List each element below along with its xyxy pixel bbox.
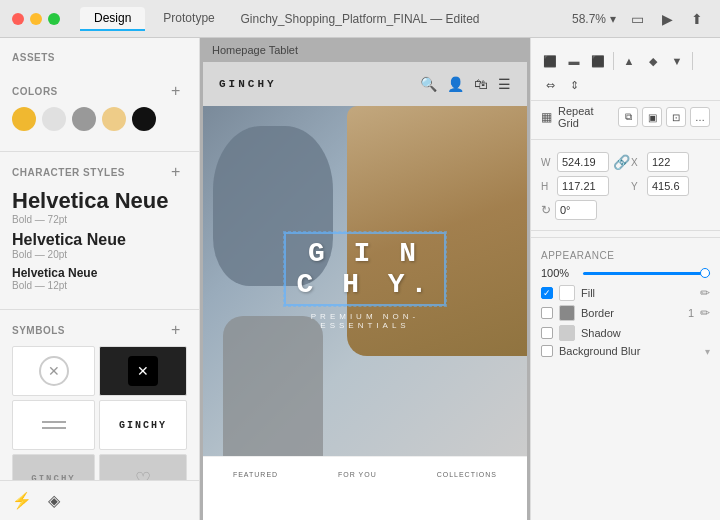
colors-header: Colors + bbox=[12, 83, 187, 99]
shadow-checkbox[interactable] bbox=[541, 327, 553, 339]
fill-color-swatch[interactable] bbox=[559, 285, 575, 301]
bg-blur-checkbox[interactable] bbox=[541, 345, 553, 357]
maximize-button[interactable] bbox=[48, 13, 60, 25]
rg-ungroup-btn[interactable]: ⊡ bbox=[666, 107, 686, 127]
char-styles-label: Character Styles bbox=[12, 167, 125, 178]
opacity-slider[interactable] bbox=[583, 272, 710, 275]
add-char-style-button[interactable]: + bbox=[171, 164, 187, 180]
rg-more-btn[interactable]: … bbox=[690, 107, 710, 127]
char-style-meta-1: Bold — 72pt bbox=[12, 214, 187, 225]
x-input[interactable] bbox=[647, 152, 689, 172]
menu-nav-icon[interactable]: ☰ bbox=[498, 76, 511, 92]
char-styles-header: Character Styles + bbox=[12, 164, 187, 180]
color-swatch-lightgray[interactable] bbox=[42, 107, 66, 131]
border-checkbox[interactable] bbox=[541, 307, 553, 319]
divider-2 bbox=[0, 309, 199, 310]
footer-collections[interactable]: COLLECTIONS bbox=[437, 471, 497, 478]
char-style-meta-2: Bold — 20pt bbox=[12, 249, 187, 260]
layer-icon[interactable]: ◈ bbox=[48, 491, 60, 510]
color-swatch-yellow[interactable] bbox=[12, 107, 36, 131]
share-icon[interactable]: ⬆ bbox=[686, 8, 708, 30]
symbol-x-dark[interactable]: ✕ bbox=[99, 346, 187, 396]
device-desktop-icon[interactable]: ▭ bbox=[626, 8, 648, 30]
appearance-label: APPEARANCE bbox=[541, 250, 710, 261]
fill-checkbox[interactable]: ✓ bbox=[541, 287, 553, 299]
char-style-3[interactable]: Helvetica Neue Bold — 12pt bbox=[12, 266, 187, 291]
hero-title: G I N C H Y. bbox=[284, 232, 446, 306]
border-edit-icon[interactable]: ✏ bbox=[700, 306, 710, 320]
opacity-row: 100% bbox=[541, 267, 710, 279]
color-swatch-gray[interactable] bbox=[72, 107, 96, 131]
fill-row: ✓ Fill ✏ bbox=[541, 285, 710, 301]
rg-group-btn[interactable]: ▣ bbox=[642, 107, 662, 127]
align-top-icon[interactable]: ▲ bbox=[618, 50, 640, 72]
align-center-h-icon[interactable]: ▬ bbox=[563, 50, 585, 72]
color-swatches bbox=[12, 107, 187, 131]
canvas-label: Homepage Tablet bbox=[200, 38, 310, 62]
align-right-icon[interactable]: ⬛ bbox=[587, 50, 609, 72]
titlebar-right: 58.7% ▾ ▭ ▶ ⬆ bbox=[572, 8, 708, 30]
char-style-1[interactable]: Helvetica Neue Bold — 72pt bbox=[12, 188, 187, 225]
right-panel: ⬛ ▬ ⬛ ▲ ◆ ▼ ⇔ ⇕ ▦ Repeat Grid ⧉ ▣ ⊡ … bbox=[530, 38, 720, 520]
user-nav-icon[interactable]: 👤 bbox=[447, 76, 464, 92]
footer-for-you[interactable]: FOR YOU bbox=[338, 471, 377, 478]
link-icon[interactable]: 🔗 bbox=[613, 154, 627, 170]
ginchy-hero: G I N C H Y. PREMIUM NON-ESSENTIALS bbox=[203, 106, 527, 456]
x-dark-icon: ✕ bbox=[128, 356, 158, 386]
shadow-color-swatch bbox=[559, 325, 575, 341]
tab-design[interactable]: Design bbox=[80, 7, 145, 31]
footer-featured[interactable]: FEATURED bbox=[233, 471, 278, 478]
rg-copy-btn[interactable]: ⧉ bbox=[618, 107, 638, 127]
close-button[interactable] bbox=[12, 13, 24, 25]
zoom-control[interactable]: 58.7% ▾ bbox=[572, 12, 616, 26]
bg-blur-label: Background Blur bbox=[559, 345, 699, 357]
symbol-x-circle[interactable]: ✕ bbox=[12, 346, 95, 396]
align-bottom-icon[interactable]: ▼ bbox=[666, 50, 688, 72]
background-blur-row: Background Blur ▾ bbox=[541, 345, 710, 357]
w-label: W bbox=[541, 157, 553, 168]
ginchy-footer-nav: FEATURED FOR YOU COLLECTIONS bbox=[203, 456, 527, 492]
symbol-dash-lines[interactable] bbox=[12, 400, 95, 450]
add-symbol-button[interactable]: + bbox=[171, 322, 187, 338]
y-input[interactable] bbox=[647, 176, 689, 196]
rotate-icon: ↻ bbox=[541, 203, 551, 217]
assets-section: ASSETS bbox=[0, 46, 199, 77]
color-swatch-gold[interactable] bbox=[102, 107, 126, 131]
right-divider-2 bbox=[531, 237, 720, 238]
cart-nav-icon[interactable]: 🛍 bbox=[474, 76, 488, 92]
align-left-icon[interactable]: ⬛ bbox=[539, 50, 561, 72]
border-value: 1 bbox=[688, 307, 694, 319]
distribute-h-icon[interactable]: ⇔ bbox=[539, 74, 561, 96]
height-input[interactable] bbox=[557, 176, 609, 196]
char-style-name-1: Helvetica Neue bbox=[12, 188, 187, 214]
char-style-meta-3: Bold — 12pt bbox=[12, 280, 187, 291]
fill-edit-icon[interactable]: ✏ bbox=[700, 286, 710, 300]
repeat-grid-row: ▦ Repeat Grid ⧉ ▣ ⊡ … bbox=[531, 101, 720, 133]
fill-label: Fill bbox=[581, 287, 694, 299]
play-icon[interactable]: ▶ bbox=[656, 8, 678, 30]
char-style-name-2: Helvetica Neue bbox=[12, 231, 187, 249]
divider-1 bbox=[0, 151, 199, 152]
left-tools: ⚡ ◈ bbox=[0, 480, 200, 520]
add-color-button[interactable]: + bbox=[171, 83, 187, 99]
minimize-button[interactable] bbox=[30, 13, 42, 25]
symbol-ginchy-logo[interactable]: GINCHY bbox=[99, 400, 187, 450]
traffic-lights bbox=[12, 13, 60, 25]
distribute-v-icon[interactable]: ⇕ bbox=[563, 74, 585, 96]
device-frame[interactable]: GINCHY 🔍 👤 🛍 ☰ G bbox=[203, 62, 527, 520]
angle-input[interactable] bbox=[555, 200, 597, 220]
char-style-2[interactable]: Helvetica Neue Bold — 20pt bbox=[12, 231, 187, 260]
width-input[interactable] bbox=[557, 152, 609, 172]
angle-row: ↻ bbox=[541, 200, 710, 220]
border-color-swatch[interactable] bbox=[559, 305, 575, 321]
plugin-icon[interactable]: ⚡ bbox=[12, 491, 32, 510]
align-center-v-icon[interactable]: ◆ bbox=[642, 50, 664, 72]
tab-prototype[interactable]: Prototype bbox=[149, 7, 228, 31]
bg-blur-chevron[interactable]: ▾ bbox=[705, 346, 710, 357]
alignment-toolbar: ⬛ ▬ ⬛ ▲ ◆ ▼ ⇔ ⇕ bbox=[531, 46, 720, 101]
search-nav-icon[interactable]: 🔍 bbox=[420, 76, 437, 92]
border-row: Border 1 ✏ bbox=[541, 305, 710, 321]
assets-header: ASSETS bbox=[12, 52, 187, 63]
color-swatch-black[interactable] bbox=[132, 107, 156, 131]
y-label: Y bbox=[631, 181, 643, 192]
